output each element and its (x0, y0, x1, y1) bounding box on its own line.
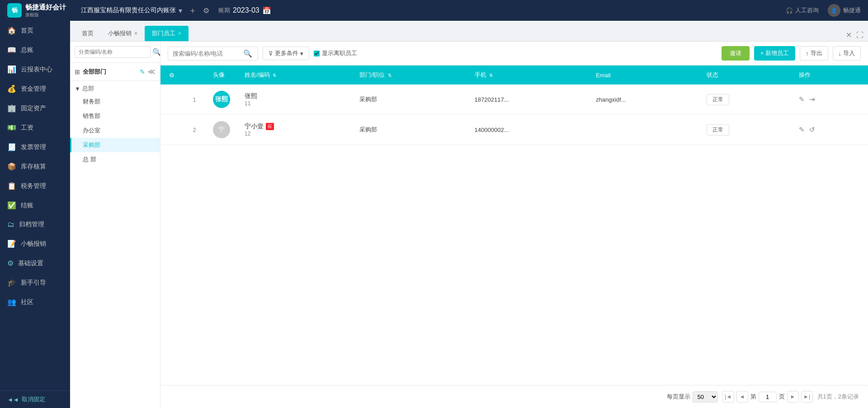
tab-expense[interactable]: 小畅报销 × (101, 26, 145, 41)
tab-expense-close[interactable]: × (134, 30, 137, 37)
settings-nav-icon: ⚙ (7, 259, 14, 267)
filter-button[interactable]: ⊽ 更多条件 ▾ (263, 47, 309, 60)
dept-item-purchasing[interactable]: 采购部 (70, 138, 160, 152)
settlement-icon: ✅ (7, 201, 16, 210)
dept-edit-icon[interactable]: ✎ (140, 68, 145, 75)
first-page-button[interactable]: |◄ (722, 391, 734, 403)
dropdown-icon[interactable]: ▾ (179, 6, 182, 15)
sidebar-item-guide[interactable]: 🎓 新手引导 (0, 273, 70, 292)
col-email-header: Email (589, 66, 699, 84)
row2-name-code: 宁小壹 应 12 (237, 115, 352, 145)
dept-item-office[interactable]: 办公室 (70, 123, 160, 138)
unpin-button[interactable]: ◄◄ 取消固定 (0, 390, 70, 408)
phone-sort-icon[interactable]: ⇅ (489, 73, 493, 78)
dept-item-sales[interactable]: 销售部 (70, 109, 160, 123)
show-resigned-checkbox-wrap[interactable]: 显示离职员工 (314, 49, 357, 57)
content-area: 首页 小畅报销 × 部门员工 × ✕ ⛶ 🔍 (70, 21, 868, 408)
row1-name-code: 张熙 11 (237, 84, 352, 115)
maximize-icon[interactable]: ⛶ (856, 31, 863, 39)
row2-dept: 采购部 (352, 115, 467, 145)
dept-item-headquarters[interactable]: 总 部 (70, 152, 160, 167)
sidebar-item-home[interactable]: 🏠 首页 (0, 21, 70, 40)
row2-reset-icon[interactable]: ↺ (809, 126, 815, 134)
row1-settings (160, 84, 183, 115)
support-button[interactable]: 🎧 人工咨询 (786, 6, 819, 14)
user-menu[interactable]: 👤 畅捷通 (828, 4, 861, 17)
community-icon: 👥 (7, 298, 16, 306)
employee-search-icon[interactable]: 🔍 (243, 49, 252, 58)
headphone-icon: 🎧 (786, 7, 793, 14)
show-resigned-checkbox[interactable] (314, 51, 320, 56)
sidebar-item-general-ledger[interactable]: 📖 总账 (0, 40, 70, 60)
col-settings-icon[interactable]: ⚙ (169, 72, 175, 79)
dept-item-finance[interactable]: 财务部 (70, 94, 160, 109)
close-window-icon[interactable]: ✕ (846, 31, 852, 39)
tab-bar-right: ✕ ⛶ (846, 31, 863, 41)
dept-root-section: ▼ 总部 (70, 81, 160, 94)
guide-icon: 🎓 (7, 278, 16, 287)
col-settings-header: ⚙ (160, 66, 183, 84)
employees-area: 🔍 ⊽ 更多条件 ▾ 显示离职员工 邀请 + 新增员工 (160, 42, 868, 408)
page-size-dropdown[interactable]: 50 20 100 (693, 391, 718, 403)
sidebar-item-archive[interactable]: 🗂 归档管理 (0, 215, 70, 234)
sidebar-item-invoice[interactable]: 🧾 发票管理 (0, 137, 70, 157)
next-page-button[interactable]: ► (787, 391, 799, 403)
dept-search-icon[interactable]: 🔍 (152, 48, 160, 56)
import-icon: ↓ (839, 50, 842, 57)
tab-home[interactable]: 首页 (75, 26, 101, 41)
dept-search-input[interactable] (75, 46, 151, 58)
sidebar-item-community[interactable]: 👥 社区 (0, 292, 70, 312)
sidebar-item-settlement[interactable]: ✅ 结账 (0, 196, 70, 215)
col-dept-header: 部门/职位 ⇅ (352, 66, 467, 84)
dept-collapse-icon[interactable]: ≪ (148, 67, 156, 76)
invoice-icon: 🧾 (7, 143, 16, 151)
sidebar-item-inventory[interactable]: 📦 库存核算 (0, 157, 70, 176)
sidebar-item-expense[interactable]: 📝 小畅报销 (0, 234, 70, 253)
invite-button[interactable]: 邀请 (722, 46, 750, 61)
col-status-header: 状态 (699, 66, 792, 84)
tax-icon: 📋 (7, 182, 16, 190)
add-account-button[interactable]: ＋ (189, 5, 197, 16)
prev-page-button[interactable]: ◄ (736, 391, 748, 403)
row2-num: 2 (183, 115, 206, 145)
employees-toolbar: 🔍 ⊽ 更多条件 ▾ 显示离职员工 邀请 + 新增员工 (160, 42, 868, 66)
archive-icon: 🗂 (7, 220, 14, 229)
sidebar-item-fixed-assets[interactable]: 🏢 固定资产 (0, 98, 70, 118)
period-label: 账期 (218, 6, 230, 14)
grid-icon: ⊞ (75, 68, 80, 75)
row2-edit-icon[interactable]: ✎ (799, 126, 805, 134)
sidebar-item-reports[interactable]: 📊 云报表中心 (0, 60, 70, 79)
row1-logout-icon[interactable]: ⇥ (809, 95, 815, 103)
pagination: 每页显示 50 20 100 |◄ ◄ 第 页 (160, 385, 868, 408)
employee-search-box: 🔍 (168, 47, 258, 61)
home-icon: 🏠 (7, 26, 16, 35)
salary-icon: 💵 (7, 123, 16, 132)
row2-phone: 140000002... (467, 115, 589, 145)
row2-actions: ✎ ↺ (792, 115, 868, 145)
calendar-icon[interactable]: 📅 (262, 6, 271, 15)
sidebar-item-funds[interactable]: 💰 资金管理 (0, 79, 70, 98)
last-page-button[interactable]: ►| (801, 391, 813, 403)
settings-icon[interactable]: ⚙ (203, 6, 209, 15)
name-sort-icon[interactable]: ⇅ (273, 73, 276, 78)
row1-edit-icon[interactable]: ✎ (799, 95, 805, 103)
table-row: 1 张熙 张熙 (160, 84, 868, 115)
col-name-header: 姓名/编码 ⇅ (237, 66, 352, 84)
tab-department-close[interactable]: × (178, 30, 181, 37)
dept-search-area: 🔍 (70, 42, 160, 63)
main-layout: 🏠 首页 📖 总账 📊 云报表中心 💰 资金管理 🏢 固定资产 💵 工资 🧾 发… (0, 21, 868, 408)
sidebar-item-salary[interactable]: 💵 工资 (0, 118, 70, 137)
row2-avatar-circle: 宁 (213, 121, 230, 138)
add-employee-button[interactable]: + 新增员工 (754, 46, 795, 61)
page-number-input[interactable] (759, 392, 777, 402)
tab-department[interactable]: 部门员工 × (145, 26, 189, 41)
sidebar-item-tax[interactable]: 📋 税务管理 (0, 176, 70, 196)
export-button[interactable]: ↑ 导出 (800, 46, 828, 61)
sidebar-item-settings[interactable]: ⚙ 基础设置 (0, 253, 70, 273)
row2-status: 正常 (699, 115, 792, 145)
row1-avatar-circle: 张熙 (213, 91, 230, 108)
sidebar: 🏠 首页 📖 总账 📊 云报表中心 💰 资金管理 🏢 固定资产 💵 工资 🧾 发… (0, 21, 70, 408)
dept-sort-icon[interactable]: ⇅ (388, 73, 392, 78)
employee-search-input[interactable] (173, 50, 241, 57)
import-button[interactable]: ↓ 导入 (833, 46, 861, 61)
